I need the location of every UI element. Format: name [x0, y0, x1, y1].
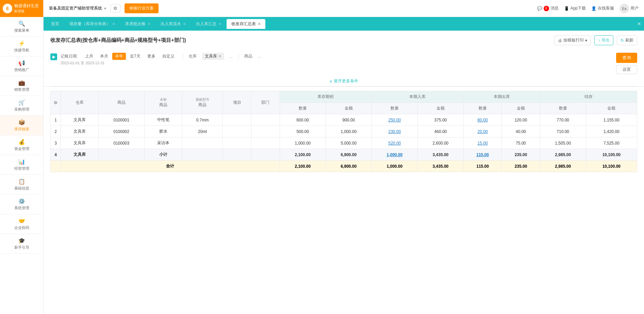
cell-amt-init: 6,900.00 — [326, 149, 371, 161]
refresh-button[interactable]: ↻ 刷新 — [617, 35, 637, 45]
filter-container: ▶ 记账日期 上月本月本年近7天更多自定义 仓库 文具库 ✕ — [50, 49, 637, 86]
cell-amt-init: 900.00 — [326, 114, 371, 126]
sidebar-item-搜索菜单[interactable]: 🔍搜索菜单 — [0, 17, 43, 37]
date-shortcut-上月[interactable]: 上月 — [82, 53, 96, 60]
export-button[interactable]: ↑ 导出 — [594, 35, 613, 45]
sidebar-item-快捷导航[interactable]: ⚡快捷导航 — [0, 37, 43, 56]
cell-spec — [182, 137, 223, 149]
logo-icon: 6 — [3, 4, 12, 13]
tab-0[interactable]: 首页 — [46, 19, 64, 29]
product-label: 商品 — [244, 53, 252, 59]
logo-text-group: 畅捷通好生意 标准版 — [14, 3, 39, 14]
cell-code: 0100002 — [98, 126, 144, 137]
cell-qty-in[interactable]: 1,000.00 — [371, 149, 417, 161]
sidebar-icon: ⚡ — [18, 40, 25, 47]
link-val[interactable]: 20.00 — [478, 129, 488, 134]
sidebar-item-营销推广[interactable]: 📢营销推广 — [0, 56, 43, 76]
print-button[interactable]: 🖨 按模板打印 ▾ — [554, 35, 591, 45]
cell-qty-out[interactable]: 80.00 — [463, 114, 501, 126]
cell-amt-in: 3,435.00 — [417, 149, 463, 161]
cell-spec: 20ml — [182, 126, 223, 137]
col-header-dept: 部门 — [251, 91, 280, 114]
cell-qty-in[interactable]: 230.00 — [371, 126, 417, 137]
tab-1[interactable]: 现存量（库存分布表）✕ — [65, 19, 120, 29]
sidebar-item-采购管理[interactable]: 🛒采购管理 — [0, 96, 43, 116]
expand-more-btn[interactable]: ∨ 展开更多条件 — [50, 76, 637, 86]
link-val[interactable]: 1,000.00 — [387, 152, 403, 157]
link-val[interactable]: 115.00 — [476, 152, 489, 157]
link-val[interactable]: 80.00 — [478, 118, 488, 122]
link-val[interactable]: 520.00 — [389, 141, 401, 146]
title-dropdown-icon[interactable]: ▾ — [104, 6, 106, 11]
footer-cell-9: 10,100.00 — [586, 161, 637, 172]
tab-close-4[interactable]: ✕ — [218, 22, 221, 26]
cell-qty-in[interactable]: 520.00 — [371, 137, 417, 149]
sidebar-icon: ⚙️ — [18, 198, 25, 204]
tab-close-3[interactable]: ✕ — [183, 22, 186, 26]
link-val[interactable]: 15.00 — [478, 141, 488, 146]
cell-qty-out[interactable]: 20.00 — [463, 126, 501, 137]
main-content: 装备及固定资产辅助管理系统 ▾ ⚙ 体验行业方案 💬 6 消息 📱 App下载 … — [44, 0, 644, 314]
data-table: ⚙ 仓库 商品 名称商品 规格型号商品 项目 部门 库存期初 本期入库 本期出库… — [50, 91, 637, 172]
tab-5[interactable]: 收发存汇总表✕ — [227, 19, 265, 29]
cell-qty-bal: 2,985.00 — [540, 149, 586, 161]
date-shortcut-自定义[interactable]: 自定义 — [160, 53, 177, 60]
col-header-settings[interactable]: ⚙ — [51, 91, 61, 114]
sidebar-item-销售管理[interactable]: 💼销售管理 — [0, 76, 43, 96]
query-button[interactable]: 查询 — [616, 53, 637, 63]
link-val[interactable]: 230.00 — [389, 129, 401, 134]
user-action[interactable]: Ea 用户 — [620, 4, 639, 13]
date-shortcut-本月[interactable]: 本月 — [97, 53, 111, 60]
sidebar-item-库存核算[interactable]: 📦库存核算 — [0, 116, 43, 135]
cell-qty-out[interactable]: 15.00 — [463, 137, 501, 149]
date-shortcuts: 上月本月本年近7天更多自定义 — [82, 53, 177, 60]
tab-bar-close-all[interactable]: ✕ — [637, 21, 641, 27]
sidebar-icon: 📢 — [18, 60, 25, 66]
footer-cell-8: 2,985.00 — [540, 161, 586, 172]
cell-qty-init: 500.00 — [280, 126, 326, 137]
export-icon: ↑ — [598, 38, 600, 43]
cell-amt-bal: 1,155.00 — [586, 114, 637, 126]
date-shortcut-近7天[interactable]: 近7天 — [127, 53, 143, 60]
gear-button[interactable]: ⚙ — [110, 4, 120, 13]
date-shortcut-更多[interactable]: 更多 — [145, 53, 158, 60]
warehouse-tag-close[interactable]: ✕ — [218, 54, 221, 59]
cell-no: 2 — [51, 126, 61, 137]
product-ellipsis[interactable]: ... — [258, 54, 261, 59]
sidebar-item-新手引导[interactable]: 🎓新手引导 — [0, 234, 43, 254]
col-header-name: 名称商品 — [144, 91, 182, 114]
header-actions: 💬 6 消息 📱 App下载 👤 在线客服 Ea 用户 — [537, 4, 639, 13]
sidebar-item-经营管理[interactable]: 📊经营管理 — [0, 155, 43, 175]
date-shortcut-本年[interactable]: 本年 — [112, 53, 126, 60]
message-action[interactable]: 💬 6 消息 — [537, 5, 559, 11]
online-service-action[interactable]: 👤 在线客服 — [591, 5, 614, 11]
tab-3[interactable]: 出入库流水✕ — [156, 19, 191, 29]
tab-close-2[interactable]: ✕ — [148, 22, 150, 26]
sidebar-item-企业协同[interactable]: 🤝企业协同 — [0, 214, 43, 234]
logo-main-text: 畅捷通好生意 — [14, 3, 39, 9]
page-title: 收发存汇总表(按仓库+商品编码+商品+规格型号+项目+部门) — [50, 37, 186, 44]
filter-expand-icon[interactable]: ▶ — [50, 53, 57, 60]
cell-project — [223, 114, 251, 126]
settings-button[interactable]: 设置 — [616, 65, 637, 74]
sidebar-item-资金管理[interactable]: 💰资金管理 — [0, 135, 43, 155]
warehouse-tag-text: 文具库 — [205, 53, 217, 59]
tab-bar: 首页现存量（库存分布表）✕库房批次账✕出入库流水✕出入库汇总✕收发存汇总表✕✕ — [44, 17, 644, 31]
cell-qty-in[interactable]: 250.00 — [371, 114, 417, 126]
warehouse-ellipsis[interactable]: ... — [230, 54, 233, 59]
try-button[interactable]: 体验行业方案 — [125, 3, 159, 13]
sidebar-icon: 💰 — [18, 139, 25, 145]
tab-4[interactable]: 出入库汇总✕ — [191, 19, 226, 29]
page-title-row: 收发存汇总表(按仓库+商品编码+商品+规格型号+项目+部门) 🖨 按模板打印 ▾… — [50, 35, 637, 45]
tab-close-5[interactable]: ✕ — [258, 22, 261, 26]
sidebar-item-基础信息[interactable]: 📋基础信息 — [0, 175, 43, 195]
app-download-action[interactable]: 📱 App下载 — [564, 5, 586, 11]
cell-amt-out: 120.00 — [502, 114, 540, 126]
tab-2[interactable]: 库房批次账✕ — [120, 19, 155, 29]
tab-close-1[interactable]: ✕ — [112, 22, 115, 26]
app-download-label: App下载 — [571, 5, 586, 11]
sidebar-item-系统管理[interactable]: ⚙️系统管理 — [0, 195, 43, 214]
cell-qty-init: 1,000.00 — [280, 137, 326, 149]
link-val[interactable]: 250.00 — [389, 118, 401, 122]
cell-qty-out[interactable]: 115.00 — [463, 149, 501, 161]
